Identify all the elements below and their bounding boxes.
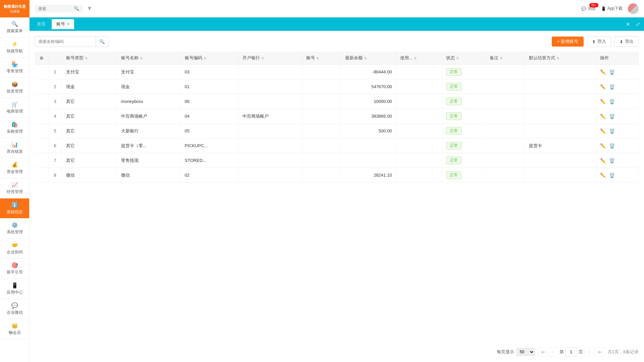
- edit-icon[interactable]: ✏️: [600, 69, 606, 75]
- sidebar-item-corp-agreement[interactable]: 🤝 企业协同: [0, 239, 29, 259]
- cell-num: 5: [48, 124, 62, 138]
- sidebar-item-label: 库存核算: [7, 149, 23, 155]
- edit-icon[interactable]: ✏️: [600, 173, 606, 178]
- topbar-search-input[interactable]: [38, 6, 72, 11]
- cell-usage: [396, 138, 442, 153]
- topbar-right: 💬 消息 99+ 📱 App下载: [581, 3, 639, 14]
- edit-icon[interactable]: ✏️: [600, 158, 606, 163]
- cell-gear: [35, 138, 48, 153]
- sidebar-item-corp-wechat[interactable]: 💬 企业微信: [0, 299, 29, 319]
- delete-icon[interactable]: 🗑️: [609, 69, 615, 75]
- cell-account: [302, 94, 341, 109]
- sidebar-item-label: 系统管理: [7, 229, 23, 235]
- sidebar-item-search-menu[interactable]: 🔍 搜索菜单: [0, 17, 29, 38]
- page-input-group: 第 页: [559, 347, 583, 357]
- sidebar-item-finance[interactable]: 💰 资金管理: [0, 158, 29, 178]
- sidebar-item-system[interactable]: ⚙️ 系统管理: [0, 219, 29, 239]
- sidebar-item-purchase[interactable]: 🛍️ 采购管理: [0, 118, 29, 138]
- tab-home[interactable]: 首页: [32, 19, 50, 29]
- th-remark[interactable]: 备注⇅: [486, 52, 525, 65]
- cell-num: 8: [48, 168, 62, 183]
- delete-icon[interactable]: 🗑️: [609, 158, 615, 163]
- delete-icon[interactable]: 🗑️: [609, 173, 615, 178]
- account-search-input[interactable]: [35, 39, 96, 44]
- topbar-dropdown-icon[interactable]: ▼: [87, 5, 93, 12]
- cell-actions: ✏️ 🗑️: [596, 168, 638, 183]
- topbar-app-download[interactable]: 📱 App下载: [601, 6, 623, 11]
- prev-page-btn[interactable]: ‹: [549, 347, 558, 357]
- th-balance[interactable]: 最新余额⇅: [341, 52, 396, 65]
- last-page-btn[interactable]: ⏭: [595, 347, 604, 357]
- topbar-messages[interactable]: 💬 消息 99+: [581, 6, 596, 11]
- sidebar-item-wholesale[interactable]: 📦 批发管理: [0, 78, 29, 98]
- sidebar-item-inventory[interactable]: 📊 库存核算: [0, 138, 29, 158]
- edit-icon[interactable]: ✏️: [600, 114, 606, 119]
- th-settlement[interactable]: 默认结算方式⇅: [525, 52, 596, 65]
- tab-account[interactable]: 账号 ×: [52, 19, 74, 29]
- cell-balance: 547670.00: [341, 79, 396, 94]
- sidebar-item-app-center[interactable]: 📱 应用中心: [0, 279, 29, 299]
- tabbar-close-btn[interactable]: ✕: [625, 20, 632, 29]
- cell-status: 正常: [442, 153, 486, 168]
- cell-account: [302, 153, 341, 168]
- import-button[interactable]: ⬆ 导入: [587, 36, 611, 47]
- th-code[interactable]: 账号编码⇅: [180, 52, 238, 65]
- per-page-select[interactable]: 50 100 200: [516, 348, 535, 356]
- th-status[interactable]: 状态⇅: [442, 52, 486, 65]
- edit-icon[interactable]: ✏️: [600, 143, 606, 148]
- cell-name: 微信: [117, 168, 180, 183]
- cell-status: 正常: [442, 138, 486, 153]
- th-usage[interactable]: 使用...⇅: [396, 52, 442, 65]
- quick-nav-icon: ⚡: [11, 41, 18, 47]
- cell-status: 正常: [442, 65, 486, 79]
- next-page-btn[interactable]: ›: [584, 347, 594, 357]
- app-logo: 畅捷通好生意 玩游版: [0, 0, 30, 17]
- th-type[interactable]: 账号类型⇅: [62, 52, 117, 65]
- tabbar-expand-btn[interactable]: ⤢: [634, 20, 641, 29]
- page-number-input[interactable]: [565, 347, 577, 357]
- th-name[interactable]: 账号名称⇅: [117, 52, 180, 65]
- topbar-search-box[interactable]: 🔍: [35, 5, 83, 12]
- sidebar-item-quick-nav[interactable]: ⚡ 快捷导航: [0, 38, 29, 58]
- sidebar-item-retail[interactable]: 🏪 零售管理: [0, 58, 29, 78]
- add-account-button[interactable]: + 新增账号: [552, 37, 584, 47]
- tab-home-label: 首页: [37, 21, 46, 27]
- export-button[interactable]: ⬇ 导出: [614, 36, 639, 47]
- cell-status: 正常: [442, 168, 486, 183]
- cell-settlement: [525, 94, 596, 109]
- app-name: 畅捷通好生意: [4, 4, 26, 9]
- content-area: 🔍 + 新增账号 ⬆ 导入 ⬇ 导出 ⚙: [30, 31, 644, 362]
- cell-code: STORED...: [180, 153, 238, 168]
- th-account[interactable]: 账号⇅: [302, 52, 341, 65]
- sidebar-item-membership[interactable]: 👑 畅会员: [0, 319, 29, 339]
- account-search-button[interactable]: 🔍: [96, 37, 108, 47]
- th-gear[interactable]: ⚙: [35, 52, 48, 65]
- sidebar-item-operations[interactable]: 📈 经营管理: [0, 178, 29, 198]
- account-search-box[interactable]: 🔍: [35, 36, 109, 47]
- cell-name: 大新银行: [117, 124, 180, 138]
- sidebar-item-guide[interactable]: 🎯 新手引导: [0, 259, 29, 279]
- sidebar-item-ecommerce[interactable]: 🛒 电商管理: [0, 98, 29, 118]
- delete-icon[interactable]: 🗑️: [609, 143, 615, 148]
- main-area: 🔍 ▼ 💬 消息 99+ 📱 App下载 首页 账号 × ✕: [30, 0, 644, 362]
- delete-icon[interactable]: 🗑️: [609, 128, 615, 134]
- edit-icon[interactable]: ✏️: [600, 128, 606, 134]
- per-page-label: 每页显示: [497, 349, 514, 355]
- cell-settlement: [525, 124, 596, 138]
- th-bank[interactable]: 开户银行⇅: [238, 52, 302, 65]
- first-page-btn[interactable]: ⏮: [538, 347, 547, 357]
- delete-icon[interactable]: 🗑️: [609, 84, 615, 89]
- cell-gear: [35, 124, 48, 138]
- sidebar-item-basic-info[interactable]: ℹ️ 基础信息: [0, 198, 29, 219]
- cell-actions: ✏️ 🗑️: [596, 109, 638, 124]
- edit-icon[interactable]: ✏️: [600, 84, 606, 89]
- edit-icon[interactable]: ✏️: [600, 99, 606, 104]
- delete-icon[interactable]: 🗑️: [609, 114, 615, 119]
- sidebar-item-label: 零售管理: [7, 68, 23, 74]
- cell-bank: 中百商场账户: [238, 109, 302, 124]
- user-avatar[interactable]: [628, 3, 639, 14]
- delete-icon[interactable]: 🗑️: [609, 99, 615, 104]
- tab-account-close[interactable]: ×: [67, 22, 69, 26]
- topbar: 🔍 ▼ 💬 消息 99+ 📱 App下载: [30, 0, 644, 17]
- cell-actions: ✏️ 🗑️: [596, 94, 638, 109]
